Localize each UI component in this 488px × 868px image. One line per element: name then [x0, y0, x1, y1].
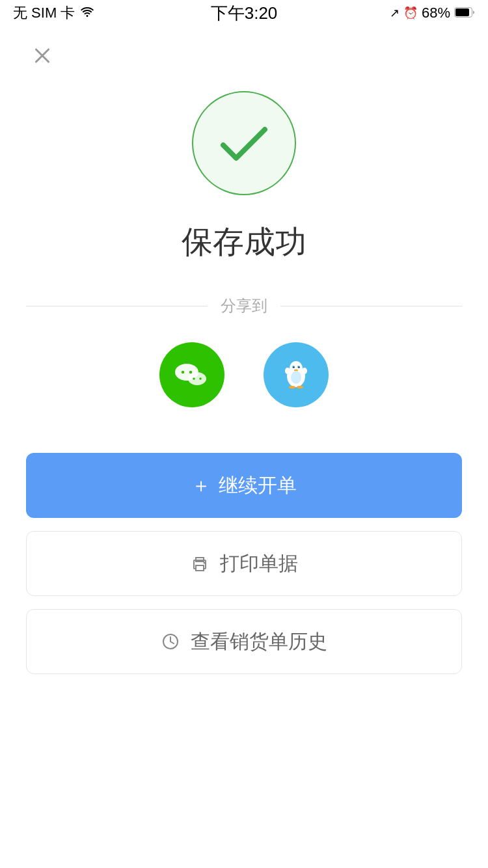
wifi-icon — [80, 6, 94, 21]
history-icon — [161, 632, 180, 651]
alarm-icon: ⏰ — [403, 6, 418, 20]
print-icon — [190, 554, 210, 573]
history-label: 查看销货单历史 — [191, 629, 327, 655]
share-icons-row — [159, 342, 329, 407]
svg-point-16 — [297, 386, 303, 388]
success-icon-circle — [192, 91, 296, 195]
success-title: 保存成功 — [182, 221, 306, 263]
qq-logo-icon — [278, 357, 314, 393]
divider-left — [26, 306, 208, 306]
continue-order-button[interactable]: ＋ 继续开单 — [26, 453, 462, 518]
svg-point-13 — [299, 367, 300, 368]
location-icon: ↗ — [390, 6, 400, 20]
status-right: ↗ ⏰ 68% — [390, 5, 475, 21]
svg-point-19 — [302, 368, 307, 374]
svg-point-15 — [289, 386, 295, 388]
svg-rect-21 — [196, 565, 204, 571]
svg-point-3 — [188, 372, 206, 385]
print-label: 打印单据 — [220, 550, 298, 577]
action-buttons: ＋ 继续开单 打印单据 查看销货单历史 — [26, 453, 462, 674]
close-button[interactable] — [26, 39, 59, 72]
plus-icon: ＋ — [191, 472, 211, 499]
share-section: 分享到 — [26, 295, 462, 407]
status-bar: 无 SIM 卡 下午3:20 ↗ ⏰ 68% — [0, 0, 488, 26]
wechat-share-button[interactable] — [159, 342, 224, 407]
history-button[interactable]: 查看销货单历史 — [26, 609, 462, 674]
status-time: 下午3:20 — [211, 2, 278, 25]
checkmark-icon — [218, 120, 270, 166]
svg-point-4 — [182, 371, 184, 373]
svg-point-12 — [293, 367, 295, 368]
svg-point-17 — [291, 371, 301, 384]
svg-point-23 — [204, 562, 206, 564]
battery-percent: 68% — [422, 5, 450, 21]
svg-rect-1 — [455, 8, 469, 16]
sim-status: 无 SIM 卡 — [13, 3, 75, 23]
battery-icon — [454, 5, 475, 21]
main-content: 保存成功 分享到 — [0, 26, 488, 868]
svg-point-6 — [193, 377, 195, 380]
divider-right — [280, 306, 462, 306]
svg-point-5 — [189, 371, 192, 373]
print-button[interactable]: 打印单据 — [26, 531, 462, 596]
divider-row: 分享到 — [26, 295, 462, 316]
wechat-logo-icon — [172, 355, 211, 394]
share-label: 分享到 — [221, 295, 267, 316]
qq-share-button[interactable] — [264, 342, 329, 407]
continue-order-label: 继续开单 — [219, 472, 297, 499]
status-left: 无 SIM 卡 — [13, 3, 94, 23]
svg-point-18 — [285, 368, 290, 374]
svg-point-7 — [199, 377, 202, 380]
